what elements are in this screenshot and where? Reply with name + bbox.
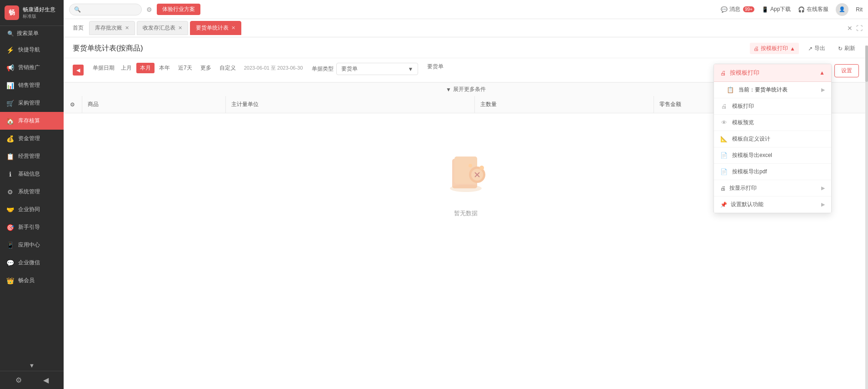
nav-icon-quick: ⚡ [5,46,15,54]
pdf-icon: 📄 [720,168,728,175]
sidebar-item-wechat[interactable]: 💬 企业微信 [0,254,64,272]
empty-text: 暂无数据 [454,209,478,217]
global-search[interactable]: 🔍 [69,4,142,15]
section-arrow-icon-2: ▶ [821,202,825,207]
sidebar-scroll-down[interactable]: ▼ [0,360,64,371]
trial-button[interactable]: 体验行业方案 [157,4,200,15]
messages-action[interactable]: 💬 消息 99+ [721,5,754,13]
date-this-month[interactable]: 本月 [136,63,155,73]
nav-icon-app: 📱 [5,242,15,249]
svg-point-8 [469,164,472,167]
sidebar-item-label: 经营管理 [18,152,40,160]
sidebar-item-inventory[interactable]: 🏠 库存核算 [0,112,64,130]
dropdown-item-export-pdf[interactable]: 📄 按模板导出pdf [714,164,831,180]
nav-icon-members: 👑 [5,277,15,284]
window-close-icon[interactable]: ✕ [847,25,853,32]
sidebar-item-app-center[interactable]: 📱 应用中心 [0,236,64,254]
dropdown-arrow-icon: ▼ [408,66,413,72]
service-icon: 🎧 [798,6,805,13]
dropdown-section-display-print[interactable]: 🖨 按显示打印 ▶ [714,180,831,197]
nav-icon-basic: ℹ [5,171,15,178]
current-icon: 📋 [727,86,734,93]
app-download-action[interactable]: 📱 App下载 [762,5,791,13]
sidebar-item-system[interactable]: ⚙ 系统管理 [0,183,64,201]
window-maximize-icon[interactable]: ⛶ [856,25,863,32]
nav-icon-ops: 📋 [5,153,15,160]
date-filter: 单据日期 上月 本月 本年 近7天 更多 自定义 2023-06-01 至 20… [93,63,303,73]
user-name: Rit [856,6,863,13]
sidebar-item-label: 畅会员 [18,277,35,284]
dropdown-item-export-excel[interactable]: 📄 按模板导出excel [714,147,831,164]
search-icon: 🔍 [7,30,14,37]
preview-icon: 👁 [720,119,728,126]
print-template-button[interactable]: 🖨 按模板打印 ▲ [750,43,799,54]
filter-toggle-button[interactable]: ◀ [73,65,84,76]
tab-close-order-stats[interactable]: ✕ [231,25,235,31]
excel-icon: 📄 [720,152,728,159]
export-button[interactable]: ↗ 导出 [804,43,829,54]
sidebar-item-label: 基础信息 [18,170,40,178]
date-last-month[interactable]: 上月 [117,63,135,73]
sidebar-item-label: 快捷导航 [18,46,40,54]
sidebar-item-basic[interactable]: ℹ 基础信息 [0,165,64,183]
dropdown-section-set-default[interactable]: 📌 设置默认功能 ▶ [714,197,831,213]
tab-close-receipt-summary[interactable]: ✕ [178,25,182,31]
sidebar-item-finance[interactable]: 💰 资金管理 [0,130,64,147]
printer-header-icon: 🖨 [720,70,726,76]
date-more[interactable]: 更多 [197,63,215,73]
chevron-up-icon: ▲ [790,45,795,52]
table-settings-button[interactable]: 设置 [834,64,859,77]
sidebar-item-sales[interactable]: 📊 销售管理 [0,76,64,94]
sidebar-item-operations[interactable]: 📋 经营管理 [0,147,64,165]
table-col-settings[interactable]: ⚙ [64,96,82,113]
sidebar-item-label: 营销推广 [18,64,40,71]
dropdown-header: 🖨 按模板打印 ▲ [714,64,831,82]
sidebar-item-label: 系统管理 [18,188,40,196]
collapse-button[interactable]: ◀ [43,376,49,384]
date-this-year[interactable]: 本年 [155,63,174,73]
sidebar-item-label: 新手引导 [18,223,40,231]
refresh-button[interactable]: ↻ 刷新 [834,43,859,54]
sidebar-item-members[interactable]: 👑 畅会员 [0,272,64,289]
expand-icon: ▼ [446,86,451,93]
sidebar-item-guide[interactable]: 🎯 新手引导 [0,218,64,236]
tab-home[interactable]: 首页 [69,21,87,35]
tab-order-stats[interactable]: 要货单统计表 ✕ [190,21,241,35]
page-scrollbar[interactable] [865,45,868,389]
sidebar-search[interactable]: 🔍 搜索菜单 [0,26,64,41]
sidebar-item-label: 企业协同 [18,206,40,213]
svg-point-7 [479,166,484,170]
sidebar-item-label: 采购管理 [18,99,40,107]
sidebar-item-marketing[interactable]: 📢 营销推广 [0,59,64,76]
sidebar-item-enterprise[interactable]: 🤝 企业协同 [0,201,64,218]
download-icon: 📱 [762,6,768,13]
tab-receipt-summary[interactable]: 收发存汇总表 ✕ [137,21,188,35]
nav-icon-wechat: 💬 [5,259,15,267]
page-title: 要货单统计表(按商品) [73,44,143,53]
user-avatar[interactable]: 👤 [836,3,848,16]
nav-icon-purchase: 🛒 [5,100,15,107]
page-header: 要货单统计表(按商品) 🖨 按模板打印 ▲ ↗ 导出 ↻ 刷新 [64,37,868,58]
app-version: 标准版 [23,13,55,20]
sidebar-item-quick-nav[interactable]: ⚡ 快捷导航 [0,41,64,59]
tab-inventory-batch[interactable]: 库存批次账 ✕ [89,21,135,35]
header-gear-icon[interactable]: ⚙ [146,6,152,13]
nav-icon-system: ⚙ [5,188,15,196]
scroll-thumb[interactable] [865,45,868,82]
export-icon: ↗ [808,45,813,52]
refresh-icon: ↻ [838,45,843,52]
nav-icon-inventory: 🏠 [5,117,15,125]
date-last-7days[interactable]: 近7天 [175,63,196,73]
settings-button[interactable]: ⚙ [15,376,22,384]
nav-icon-guide: 🎯 [5,224,15,231]
order-type-select[interactable]: 要货单 ▼ [336,63,418,75]
dropdown-current-template[interactable]: 📋 当前：要货单统计表 ▶ [714,82,831,98]
dropdown-item-template-print[interactable]: 🖨 模板打印 [714,98,831,115]
sidebar-item-purchase[interactable]: 🛒 采购管理 [0,94,64,112]
dropdown-item-template-design[interactable]: 📐 模板自定义设计 [714,131,831,147]
date-custom[interactable]: 自定义 [216,63,239,73]
message-icon: 💬 [721,6,728,13]
online-service-action[interactable]: 🎧 在线客服 [798,5,828,13]
tab-close-inventory-batch[interactable]: ✕ [125,25,129,31]
dropdown-item-template-preview[interactable]: 👁 模板预览 [714,115,831,131]
